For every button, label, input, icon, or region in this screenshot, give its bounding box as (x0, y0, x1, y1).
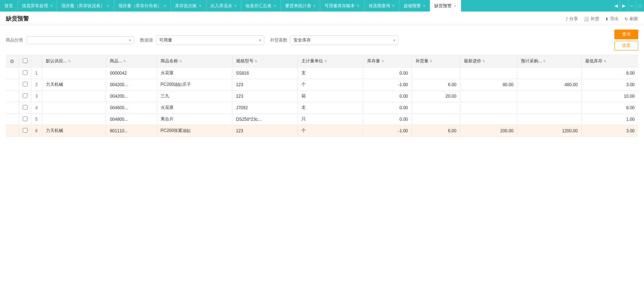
cell-product_name: 火花塞 (157, 102, 232, 114)
cell-product_name: 三九 (157, 90, 232, 102)
th-restock_qty[interactable]: 补货量⇅ (412, 55, 460, 67)
page-header: 缺货预警 ⤴ 分享 ⬜ 补货 ⬇ 导出 ↻ 刷新 (0, 12, 644, 25)
row-checkbox-5[interactable] (23, 128, 27, 133)
export-action[interactable]: ⬇ 导出 (605, 16, 619, 22)
tab-next-btn[interactable]: ▶ (620, 0, 628, 12)
sort-icon-latest_price: ⇅ (482, 59, 485, 63)
tab-abnormal[interactable]: 拣货异常处理× (18, 0, 57, 12)
row-seq: 1 (31, 67, 42, 79)
tab-maximize-btn[interactable]: □ (636, 0, 644, 12)
tab-inventory-status[interactable]: 现存量（库存状况表）× (57, 0, 114, 12)
row-checkbox-1[interactable] (23, 82, 27, 87)
restock-action[interactable]: ⬜ 补货 (584, 16, 599, 22)
row-checkbox-2[interactable] (23, 93, 27, 98)
tab-close-collect-summary[interactable]: × (274, 4, 276, 8)
cell-unit: 只 (297, 114, 363, 125)
row-seq: 6 (31, 125, 42, 137)
tab-inout-flow[interactable]: 出入库流水× (206, 0, 241, 12)
datasource-chevron-icon: ▾ (259, 38, 261, 42)
th-min_stock[interactable]: 最低库存⇅ (582, 55, 638, 67)
cell-latest_price: 200.00 (460, 125, 517, 137)
tab-close-inout-flow[interactable]: × (234, 4, 236, 8)
th-est_purchase[interactable]: 预计采购...⇅ (517, 55, 582, 67)
cell-unit: 支 (297, 102, 363, 114)
th-unit[interactable]: 主计量单位⇅ (297, 55, 363, 67)
tab-inventory-dist[interactable]: 现存量（库存分布表）× (114, 0, 171, 12)
cell-spec: DS250*23c... (232, 114, 297, 125)
row-checkbox-4[interactable] (23, 116, 27, 121)
cell-latest_price (460, 114, 517, 125)
cell-unit: 个 (297, 79, 363, 90)
tab-close-expiry-query[interactable]: × (392, 4, 395, 8)
cell-default_supplier (42, 114, 106, 125)
cell-spec: SS816 (232, 67, 297, 79)
main-content: 缺货预警 ⤴ 分享 ⬜ 补货 ⬇ 导出 ↻ 刷新 商品分类 (0, 12, 644, 287)
th-spec[interactable]: 规格型号⇅ (232, 55, 297, 67)
tab-close-order-stats[interactable]: × (313, 4, 316, 8)
tab-close-inventory-dist[interactable]: × (164, 4, 166, 8)
category-select[interactable]: ▾ (26, 36, 134, 44)
tab-bar: 首页拣货异常处理×现存量（库存状况表）×现存量（库存分布表）×库存批次账×出入库… (0, 0, 644, 12)
cell-product_name: 火花塞 (157, 67, 232, 79)
table-row[interactable]: 6力天机械801110...PC200张紧油缸123个-1.006.00200.… (6, 125, 638, 137)
tab-shortage-warning[interactable]: 缺货预警× (430, 0, 461, 12)
cell-min_stock: 8.00 (582, 67, 638, 79)
tab-collect-summary[interactable]: 收发存汇总表× (241, 0, 280, 12)
tab-close-batch-account[interactable]: × (199, 4, 201, 8)
th-latest_price[interactable]: 最新进价⇅ (460, 55, 517, 67)
th-product_name[interactable]: 商品名称⇅ (157, 55, 232, 67)
export-icon: ⬇ (605, 17, 609, 22)
th-default_supplier[interactable]: 默认供应...⇅ (42, 55, 106, 67)
tab-minimize-btn[interactable]: ─ (628, 0, 636, 12)
header-actions: ⤴ 分享 ⬜ 补货 ⬇ 导出 ↻ 刷新 (566, 16, 638, 22)
table-row[interactable]: 4004600...火花塞J7092支0.008.00 (6, 102, 638, 114)
restock-base-filter-group: 补货基数 安全库存 ▾ (270, 35, 399, 45)
share-action[interactable]: ⤴ 分享 (566, 16, 578, 22)
row-checkbox-3[interactable] (23, 105, 27, 110)
row-seq: 5 (31, 114, 42, 125)
th-checkbox (19, 55, 31, 67)
row-gear-cell (6, 90, 19, 102)
th-product_code[interactable]: 商品...⇅ (106, 55, 157, 67)
cell-stock_qty: -1.00 (363, 79, 412, 90)
query-button[interactable]: 查询 (614, 30, 638, 39)
datasource-select[interactable]: 可用量 ▾ (156, 35, 264, 45)
cell-product_name: 离合片 (157, 114, 232, 125)
table-row[interactable]: 2力天机械004200...PC200油缸庄子123个-1.006.0080.0… (6, 79, 638, 90)
th-gear: ⚙ (6, 55, 19, 67)
cell-stock_qty: 0.00 (363, 90, 412, 102)
datasource-filter-group: 数据源 可用量 ▾ (140, 35, 264, 45)
settings-button[interactable]: 设置 (614, 41, 638, 50)
tab-close-overstock-warning[interactable]: × (423, 4, 425, 8)
gear-button[interactable]: ⚙ (10, 58, 14, 64)
cell-stock_qty: 0.00 (363, 114, 412, 125)
tab-home[interactable]: 首页 (0, 0, 18, 12)
cell-est_purchase (517, 102, 582, 114)
tab-overstock-warning[interactable]: 超储预警× (399, 0, 430, 12)
filter-actions: 查询 设置 (614, 30, 638, 50)
table-row[interactable]: 3004200...三九123箱0.0020.0010.00 (6, 90, 638, 102)
tab-close-shortage-warning[interactable]: × (454, 4, 456, 8)
tab-prev-btn[interactable]: ◀ (612, 0, 620, 12)
tab-batch-account[interactable]: 库存批次账× (171, 0, 206, 12)
row-gear-cell (6, 102, 19, 114)
cell-product_code: 004200... (106, 90, 157, 102)
cell-latest_price (460, 90, 517, 102)
sort-icon-min_stock: ⇅ (604, 59, 606, 63)
select-all-checkbox[interactable] (23, 58, 27, 63)
refresh-action[interactable]: ↻ 刷新 (625, 16, 638, 22)
tab-available-account[interactable]: 可用量库存账本× (320, 0, 364, 12)
tab-close-inventory-status[interactable]: × (107, 4, 109, 8)
tab-expiry-query[interactable]: 保质期查询× (364, 0, 399, 12)
tab-order-stats[interactable]: 要货单统计表× (281, 0, 320, 12)
tab-close-available-account[interactable]: × (357, 4, 359, 8)
cell-spec: 123 (232, 79, 297, 90)
row-checkbox-0[interactable] (23, 70, 27, 75)
cell-product_code: 801110... (106, 125, 157, 137)
table-row[interactable]: 5004800...离合片DS250*23c...只0.001.00 (6, 114, 638, 125)
sort-icon-default_supplier: ⇅ (68, 59, 71, 63)
restock-base-select[interactable]: 安全库存 ▾ (290, 35, 399, 45)
th-stock_qty[interactable]: 库存量⇅ (363, 55, 412, 67)
table-row[interactable]: 10000042火花塞SS816支0.008.00 (6, 67, 638, 79)
tab-close-abnormal[interactable]: × (50, 4, 52, 8)
